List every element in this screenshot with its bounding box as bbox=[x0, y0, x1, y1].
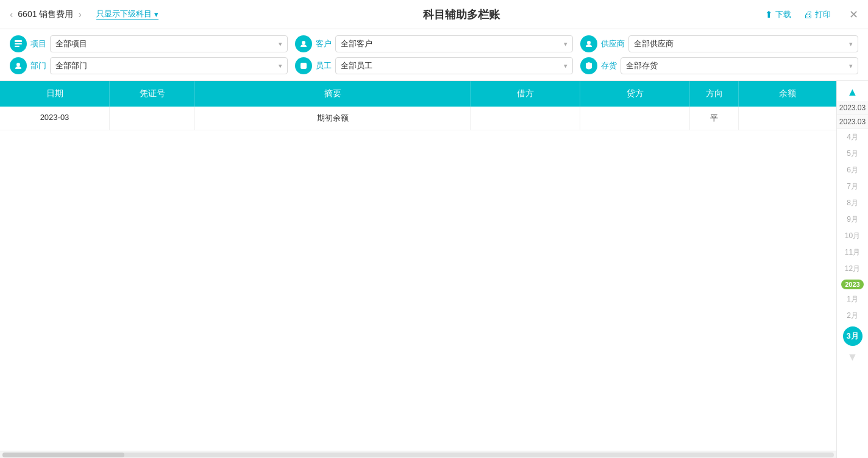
project-label: 项目 bbox=[30, 38, 46, 49]
timeline-month-5[interactable]: 5月 bbox=[837, 146, 868, 162]
svg-point-5 bbox=[16, 63, 20, 66]
download-button[interactable]: ⬆ 下载 bbox=[765, 9, 791, 20]
project-select[interactable]: 全部项目 ▾ bbox=[50, 35, 288, 52]
th-direction: 方向 bbox=[690, 81, 739, 107]
timeline-month-2[interactable]: 2月 bbox=[837, 308, 868, 324]
timeline-month-12[interactable]: 12月 bbox=[837, 261, 868, 277]
customer-dropdown-icon: ▾ bbox=[564, 40, 567, 48]
th-date: 日期 bbox=[0, 81, 110, 107]
filter-project: 项目 全部项目 ▾ bbox=[10, 35, 288, 52]
employee-label: 员工 bbox=[316, 60, 332, 71]
table-header: 日期 凭证号 摘要 借方 贷方 方向 余额 bbox=[0, 81, 836, 107]
filter-supplier: 供应商 全部供应商 ▾ bbox=[580, 35, 858, 52]
project-icon bbox=[10, 35, 27, 52]
td-debit bbox=[471, 107, 580, 130]
nav-prev-arrow[interactable]: ‹ bbox=[10, 9, 13, 20]
svg-rect-2 bbox=[15, 46, 20, 47]
customer-label: 客户 bbox=[316, 38, 332, 49]
inventory-label: 存货 bbox=[601, 60, 617, 71]
page-title: 科目辅助多栏账 bbox=[158, 7, 765, 22]
timeline-down-arrow[interactable]: ▼ bbox=[845, 348, 861, 366]
timeline-month-4[interactable]: 4月 bbox=[837, 129, 868, 146]
supplier-value: 全部供应商 bbox=[634, 38, 674, 49]
filter-employee: 员工 全部员工 ▾ bbox=[295, 57, 573, 74]
filter-bar: 项目 全部项目 ▾ 客户 全部客户 ▾ bbox=[0, 29, 868, 81]
title-bar-left: ‹ 6601 销售费用 › 只显示下级科目 ▾ bbox=[10, 9, 158, 20]
timeline-panel: ▲ 2023.03 2023.03 4月 5月 6月 7月 8月 9月 10月 … bbox=[836, 81, 868, 458]
filter-inventory: 存货 全部存货 ▾ bbox=[580, 57, 858, 74]
dept-dropdown-icon: ▾ bbox=[279, 62, 282, 70]
table-body: 2023-03 期初余额 平 bbox=[0, 107, 836, 451]
timeline-header-2[interactable]: 2023.03 bbox=[837, 115, 868, 129]
inventory-icon bbox=[580, 57, 597, 74]
timeline-month-3-container: 3月 bbox=[837, 324, 868, 348]
print-label: 打印 bbox=[815, 9, 831, 20]
timeline-month-9[interactable]: 9月 bbox=[837, 211, 868, 228]
scrollbar-track bbox=[2, 453, 834, 457]
th-voucher: 凭证号 bbox=[110, 81, 195, 107]
svg-point-4 bbox=[587, 41, 591, 44]
filter-row-1: 项目 全部项目 ▾ 客户 全部客户 ▾ bbox=[10, 35, 858, 52]
supplier-label: 供应商 bbox=[601, 38, 625, 49]
employee-dropdown-icon: ▾ bbox=[564, 62, 567, 70]
td-date: 2023-03 bbox=[0, 107, 110, 130]
title-bar-right: ⬆ 下载 🖨 打印 ✕ bbox=[765, 8, 858, 21]
main-window: ‹ 6601 销售费用 › 只显示下级科目 ▾ 科目辅助多栏账 ⬆ 下载 🖨 打… bbox=[0, 0, 868, 458]
nav-next-arrow[interactable]: › bbox=[78, 9, 81, 20]
svg-rect-0 bbox=[15, 40, 22, 42]
supplier-select[interactable]: 全部供应商 ▾ bbox=[628, 35, 858, 52]
customer-icon bbox=[295, 35, 312, 52]
inventory-select[interactable]: 全部存货 ▾ bbox=[621, 57, 858, 74]
project-value: 全部项目 bbox=[55, 38, 87, 49]
dept-select[interactable]: 全部部门 ▾ bbox=[50, 57, 288, 74]
timeline-month-10[interactable]: 10月 bbox=[837, 228, 868, 244]
horizontal-scrollbar[interactable] bbox=[0, 451, 836, 458]
table-area: 日期 凭证号 摘要 借方 贷方 方向 余额 2023-03 期初余额 平 bbox=[0, 81, 836, 458]
close-button[interactable]: ✕ bbox=[849, 8, 858, 21]
timeline-month-3-active[interactable]: 3月 bbox=[843, 326, 863, 346]
filter-customer: 客户 全部客户 ▾ bbox=[295, 35, 573, 52]
timeline-month-8[interactable]: 8月 bbox=[837, 195, 868, 211]
show-sub-label: 只显示下级科目 bbox=[96, 9, 152, 19]
year-badge[interactable]: 2023 bbox=[841, 280, 863, 289]
th-summary: 摘要 bbox=[195, 81, 471, 107]
supplier-dropdown-icon: ▾ bbox=[849, 40, 853, 48]
inventory-value: 全部存货 bbox=[626, 60, 658, 71]
project-dropdown-icon: ▾ bbox=[279, 40, 282, 48]
td-balance bbox=[739, 107, 836, 130]
filter-dept: 部门 全部部门 ▾ bbox=[10, 57, 288, 74]
timeline-month-6[interactable]: 6月 bbox=[837, 162, 868, 178]
customer-value: 全部客户 bbox=[341, 38, 372, 49]
svg-rect-6 bbox=[301, 63, 307, 69]
employee-icon bbox=[295, 57, 312, 74]
filter-row-2: 部门 全部部门 ▾ 员工 全部员工 ▾ bbox=[10, 57, 858, 74]
year-badge-container: 2023 bbox=[837, 277, 868, 291]
print-button[interactable]: 🖨 打印 bbox=[803, 9, 831, 20]
scrollbar-thumb[interactable] bbox=[2, 453, 124, 457]
svg-point-3 bbox=[302, 41, 305, 44]
th-debit: 借方 bbox=[471, 81, 580, 107]
dept-value: 全部部门 bbox=[55, 60, 87, 71]
title-bar: ‹ 6601 销售费用 › 只显示下级科目 ▾ 科目辅助多栏账 ⬆ 下载 🖨 打… bbox=[0, 0, 868, 29]
th-credit: 贷方 bbox=[580, 81, 690, 107]
timeline-month-11[interactable]: 11月 bbox=[837, 244, 868, 261]
th-balance: 余额 bbox=[739, 81, 836, 107]
show-sub-button[interactable]: 只显示下级科目 ▾ bbox=[96, 9, 158, 20]
dept-label: 部门 bbox=[30, 60, 46, 71]
employee-select[interactable]: 全部员工 ▾ bbox=[335, 57, 573, 74]
timeline-month-7[interactable]: 7月 bbox=[837, 178, 868, 195]
td-voucher bbox=[110, 107, 195, 130]
account-code-label: 6601 销售费用 bbox=[18, 9, 73, 20]
show-sub-arrow-icon: ▾ bbox=[154, 10, 158, 19]
customer-select[interactable]: 全部客户 ▾ bbox=[335, 35, 573, 52]
dept-icon bbox=[10, 57, 27, 74]
main-content: 日期 凭证号 摘要 借方 贷方 方向 余额 2023-03 期初余额 平 bbox=[0, 81, 868, 458]
timeline-month-1[interactable]: 1月 bbox=[837, 291, 868, 308]
td-direction: 平 bbox=[690, 107, 739, 130]
download-label: 下载 bbox=[775, 9, 791, 20]
download-icon: ⬆ bbox=[765, 9, 773, 20]
employee-value: 全部员工 bbox=[341, 60, 372, 71]
timeline-header-1[interactable]: 2023.03 bbox=[837, 101, 868, 115]
timeline-up-arrow[interactable]: ▲ bbox=[845, 83, 861, 101]
table-row: 2023-03 期初余额 平 bbox=[0, 107, 836, 130]
